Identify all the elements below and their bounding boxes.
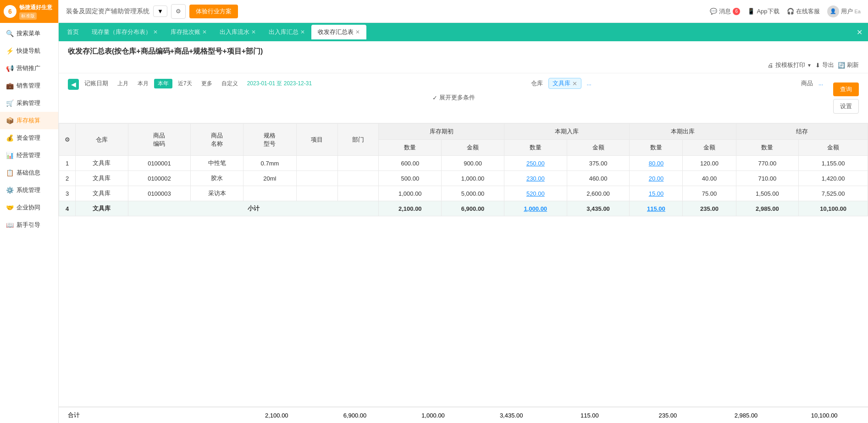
- th-spec: 规格型号: [243, 124, 296, 156]
- th-settings[interactable]: ⚙: [59, 124, 76, 156]
- th-out: 本期出库: [630, 124, 736, 140]
- sidebar-label-8: 基础信息: [17, 169, 40, 177]
- settings-button[interactable]: ⚙: [171, 4, 186, 19]
- query-button[interactable]: 查询: [833, 82, 859, 96]
- goods-more-btn[interactable]: ...: [818, 80, 823, 87]
- export-btn[interactable]: ⬇ 导出: [815, 61, 834, 69]
- settings-btn[interactable]: 设置: [833, 99, 859, 114]
- row-spec: 20ml: [243, 171, 296, 186]
- sidebar-item-9[interactable]: ⚙️ 系统管理: [0, 181, 58, 199]
- row-spec: [243, 186, 296, 201]
- sub-open-qty: 2,100.00: [379, 201, 442, 216]
- system-title: 装备及固定资产辅助管理系统: [66, 7, 149, 16]
- tab-close-5[interactable]: ✕: [355, 29, 360, 35]
- th-close-amt: 金额: [799, 140, 868, 156]
- tab-4[interactable]: 出入库汇总✕: [262, 25, 311, 39]
- sidebar-label-0: 搜索菜单: [17, 29, 40, 38]
- row-out-qty[interactable]: 20.00: [630, 171, 683, 186]
- row-out-qty[interactable]: 80.00: [630, 156, 683, 171]
- sidebar-item-8[interactable]: 📋 基础信息: [0, 164, 58, 181]
- sidebar-item-6[interactable]: 💰 资金管理: [0, 129, 58, 147]
- date-btn-近7天[interactable]: 近7天: [174, 79, 196, 88]
- sidebar-item-2[interactable]: 📢 营销推广: [0, 60, 58, 77]
- sidebar-icon-3: 💼: [6, 82, 14, 90]
- tab-close-2[interactable]: ✕: [202, 29, 207, 35]
- sidebar-item-1[interactable]: ⚡ 快捷导航: [0, 42, 58, 60]
- refresh-btn[interactable]: 🔄 刷新: [838, 61, 859, 69]
- message-icon: 💬: [710, 8, 717, 15]
- sub-out-qty: 115.00: [630, 201, 683, 216]
- tab-close-1[interactable]: ✕: [153, 29, 158, 35]
- date-btn-更多[interactable]: 更多: [198, 79, 216, 88]
- warehouse-tag[interactable]: 文具库 ✕: [548, 78, 581, 89]
- total-in-amt: 3,435.00: [493, 412, 530, 419]
- sidebar-item-7[interactable]: 📊 经营管理: [0, 147, 58, 164]
- row-dept: [337, 186, 379, 201]
- row-in-amt: 460.00: [567, 171, 630, 186]
- row-warehouse: 文具库: [76, 186, 128, 201]
- sidebar-label-3: 销售管理: [17, 82, 40, 90]
- row-code: 0100003: [128, 186, 191, 201]
- row-name: 采访本: [191, 186, 243, 201]
- system-dropdown[interactable]: ▼: [153, 5, 167, 17]
- warehouse-more-btn[interactable]: ...: [587, 80, 592, 87]
- sidebar-icon-1: ⚡: [6, 47, 14, 55]
- print-btn[interactable]: 🖨 按模板打印 ▼: [768, 61, 812, 69]
- expand-btn[interactable]: ✓ 展开更多条件: [432, 93, 475, 102]
- sidebar-label-4: 采购管理: [17, 99, 40, 107]
- tab-1[interactable]: 现存量（库存分布表）✕: [85, 25, 164, 39]
- row-in-qty[interactable]: 250.00: [504, 156, 567, 171]
- sidebar-label-7: 经营管理: [17, 151, 40, 159]
- date-range-display: 2023-01-01 至 2023-12-31: [247, 80, 312, 88]
- filter-collapse-btn[interactable]: ◀: [68, 79, 79, 90]
- dropdown-arrow-icon: ▼: [157, 8, 163, 15]
- warehouse-tag-close[interactable]: ✕: [572, 80, 577, 87]
- date-btn-本月[interactable]: 本月: [134, 79, 152, 88]
- sidebar-item-11[interactable]: 📖 新手引导: [0, 216, 58, 234]
- tab-close-4[interactable]: ✕: [300, 29, 305, 35]
- sidebar-item-0[interactable]: 🔍 搜索菜单: [0, 25, 58, 42]
- row-open-amt: 5,000.00: [442, 186, 504, 201]
- th-out-amt: 金额: [683, 140, 736, 156]
- expand-row: ✓ 展开更多条件: [84, 92, 823, 104]
- date-btn-自定义[interactable]: 自定义: [218, 79, 242, 88]
- row-warehouse: 文具库: [76, 171, 128, 186]
- tab-close-3[interactable]: ✕: [251, 29, 256, 35]
- message-btn[interactable]: 💬 消息 6: [710, 7, 740, 16]
- sidebar-item-5[interactable]: 📦 库存核算: [0, 112, 58, 129]
- row-in-qty[interactable]: 520.00: [504, 186, 567, 201]
- row-in-qty[interactable]: 230.00: [504, 171, 567, 186]
- sidebar-icon-5: 📦: [6, 116, 14, 125]
- row-open-amt: 900.00: [442, 156, 504, 171]
- row-no: 1: [59, 156, 76, 171]
- tab-0[interactable]: 首页: [61, 25, 85, 39]
- sidebar-item-4[interactable]: 🛒 采购管理: [0, 94, 58, 112]
- total-label: 合计: [63, 411, 238, 419]
- headset-icon: 🎧: [787, 8, 794, 15]
- row-out-qty[interactable]: 15.00: [630, 186, 683, 201]
- tab-5[interactable]: 收发存汇总表✕: [311, 25, 366, 39]
- tab-2[interactable]: 库存批次账✕: [164, 25, 213, 39]
- tab-3[interactable]: 出入库流水✕: [213, 25, 262, 39]
- user-btn[interactable]: 👤 用户 Ea: [827, 5, 861, 17]
- th-code: 商品编码: [128, 124, 191, 156]
- export-icon: ⬇: [815, 62, 820, 69]
- table-wrapper: ⚙ 仓库 商品编码 商品名称 规格型号 项目 部门 库存期初 本期入库 本期出库…: [59, 123, 868, 407]
- sidebar-item-3[interactable]: 💼 销售管理: [0, 77, 58, 94]
- th-closing: 结存: [736, 124, 868, 140]
- online-service-btn[interactable]: 🎧 在线客服: [787, 7, 820, 16]
- data-table: ⚙ 仓库 商品编码 商品名称 规格型号 项目 部门 库存期初 本期入库 本期出库…: [59, 123, 868, 216]
- tabs-close-all[interactable]: ✕: [853, 28, 866, 37]
- main-area: 装备及固定资产辅助管理系统 ▼ ⚙ 体验行业方案 💬 消息 6 📱 App下载 …: [59, 0, 868, 423]
- trial-button[interactable]: 体验行业方案: [189, 5, 238, 18]
- row-out-amt: 120.00: [683, 156, 736, 171]
- row-code: 0100001: [128, 156, 191, 171]
- sidebar-item-10[interactable]: 🤝 企业协同: [0, 199, 58, 216]
- app-download-btn[interactable]: 📱 App下载: [747, 7, 779, 16]
- date-btn-本年[interactable]: 本年: [154, 79, 172, 88]
- page-toolbar: 🖨 按模板打印 ▼ ⬇ 导出 🔄 刷新: [68, 61, 859, 69]
- sub-out-amt: 235.00: [683, 201, 736, 216]
- date-btn-上月[interactable]: 上月: [114, 79, 132, 88]
- date-buttons: 上月本月本年近7天更多自定义: [114, 79, 242, 88]
- tab-label-1: 现存量（库存分布表）: [92, 28, 151, 36]
